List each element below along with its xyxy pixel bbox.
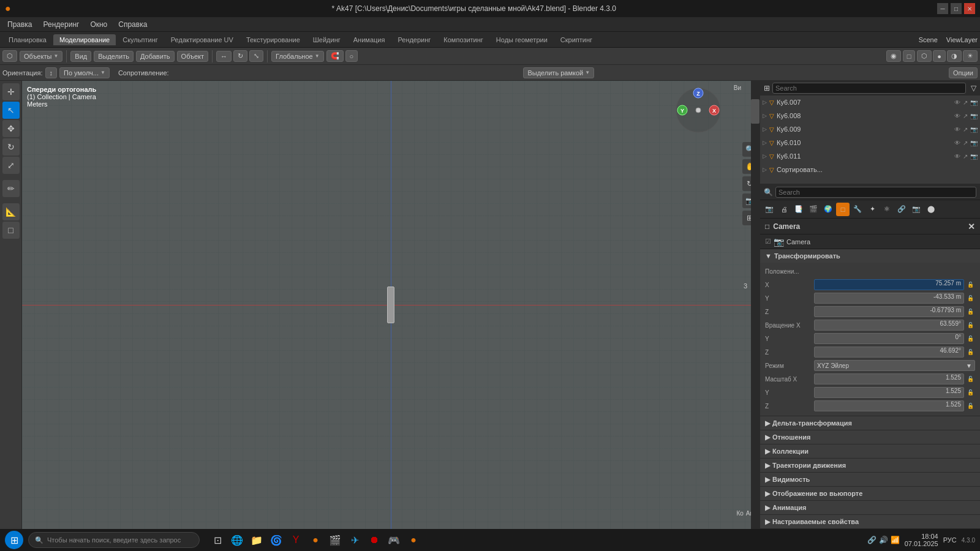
systray-icon-2[interactable]: 🔊 (879, 536, 888, 544)
cursor-tool-btn[interactable]: ✛ (2, 83, 20, 100)
object-data-btn[interactable]: 📷 (910, 203, 923, 216)
browser-icon[interactable]: 🌐 (229, 532, 245, 548)
proportional-btn[interactable]: ○ (345, 50, 358, 62)
rot-y-field[interactable]: 0° (814, 333, 964, 344)
options-btn[interactable]: Опции (949, 67, 978, 78)
taskbar-search[interactable]: 🔍 Чтобы начать поиск, введите здесь запр… (28, 532, 200, 548)
explorer-icon[interactable]: 📁 (249, 532, 265, 548)
rotate-tool-btn[interactable]: ↻ (233, 50, 247, 62)
rot-x-lock[interactable]: 🔓 (965, 320, 975, 330)
maximize-button[interactable]: □ (951, 3, 962, 14)
tab-geometry-nodes[interactable]: Ноды геометрии (490, 34, 554, 45)
move-tool-btn-left[interactable]: ✥ (2, 120, 20, 137)
overlay-btn[interactable]: ◉ (886, 50, 901, 62)
eye-icon-3[interactable]: 👁 (954, 140, 960, 146)
view-layer-props-btn[interactable]: 📑 (792, 203, 805, 216)
pointer-icon-3[interactable]: ↗ (963, 140, 968, 146)
pointer-icon-0[interactable]: ↗ (963, 99, 968, 106)
scale-z-lock[interactable]: 🔓 (965, 401, 975, 411)
eye-icon-4[interactable]: 👁 (954, 153, 960, 160)
scale-x-lock[interactable]: 🔓 (965, 374, 975, 384)
physics-props-btn[interactable]: ⚛ (880, 203, 894, 216)
pointer-icon-2[interactable]: ↗ (963, 126, 968, 133)
pos-x-lock[interactable]: 🔓 (965, 280, 975, 290)
rot-z-field[interactable]: 46.692° (814, 347, 964, 358)
outliner-item-1[interactable]: ▷ ▽ Ку6.008 👁 ↗ 📷 (760, 109, 980, 122)
material-preview-btn[interactable]: ◑ (947, 50, 962, 62)
render-props-btn[interactable]: 📷 (763, 203, 776, 216)
menu-render[interactable]: Рендеринг (39, 19, 85, 30)
orientation-icon-btn[interactable]: ↕ (45, 67, 58, 78)
camera-icon-3[interactable]: 📷 (970, 140, 978, 146)
pointer-icon-1[interactable]: ↗ (963, 113, 968, 119)
camera-icon-0[interactable]: 📷 (970, 99, 978, 106)
rot-z-lock[interactable]: 🔓 (965, 347, 975, 357)
tab-modeling[interactable]: Моделирование (53, 34, 116, 45)
menu-window[interactable]: Окно (85, 19, 112, 30)
rot-mode-dropdown[interactable]: XYZ Эйлер ▼ (814, 360, 975, 371)
modifier-props-btn[interactable]: 🔧 (851, 203, 864, 216)
record-icon[interactable]: ⏺ (366, 532, 382, 548)
taskview-btn[interactable]: ⊡ (209, 532, 225, 548)
eye-icon-1[interactable]: 👁 (954, 113, 960, 119)
nav-gizmo[interactable]: Z X Y (674, 86, 723, 135)
tab-compositing[interactable]: Композитинг (437, 34, 489, 45)
section-transform-header[interactable]: ▼ Трансформировать (760, 249, 980, 263)
particles-props-btn[interactable]: ✦ (865, 203, 879, 216)
snap-btn[interactable]: 🧲 (326, 50, 344, 62)
tab-texture-paint[interactable]: Текстурирование (240, 34, 306, 45)
camera-icon-1[interactable]: 📷 (970, 113, 978, 119)
viewport-scrollbar-v[interactable] (751, 81, 760, 529)
language-indicator[interactable]: РУС (943, 536, 957, 544)
constraints-props-btn[interactable]: 🔗 (895, 203, 908, 216)
wireframe-btn[interactable]: ⬡ (917, 50, 932, 62)
move-tool-btn[interactable]: ↔ (216, 51, 232, 62)
props-expand-btn[interactable]: ✕ (968, 222, 975, 231)
media-icon[interactable]: 🎬 (327, 532, 343, 548)
gaming-icon[interactable]: 🎮 (386, 532, 402, 548)
section-collections-header[interactable]: ▶ Коллекции (760, 444, 980, 458)
scale-y-lock[interactable]: 🔓 (965, 388, 975, 397)
section-motion-paths-header[interactable]: ▶ Траектории движения (760, 459, 980, 472)
scale-z-field[interactable]: 1.525 (814, 400, 964, 411)
output-props-btn[interactable]: 🖨 (777, 203, 791, 216)
section-custom-props-header[interactable]: ▶ Настраиваемые свойства (760, 515, 980, 528)
outliner-item-0[interactable]: ▷ ▽ Ку6.007 👁 ↗ 📷 (760, 96, 980, 109)
edge-icon[interactable]: 🌀 (268, 532, 284, 548)
rot-x-field[interactable]: 63.559° (814, 320, 964, 331)
rotate-tool-btn-left[interactable]: ↻ (2, 138, 20, 156)
tab-sculpting[interactable]: Скульптинг (116, 34, 164, 45)
systray-icon-3[interactable]: 📶 (891, 536, 900, 544)
minimize-button[interactable]: ─ (937, 3, 948, 14)
props-search-input[interactable] (775, 187, 976, 198)
outliner-item-2[interactable]: ▷ ▽ Ку6.009 👁 ↗ 📷 (760, 122, 980, 136)
rendered-btn[interactable]: ☀ (963, 50, 978, 62)
solid-btn[interactable]: ● (933, 50, 946, 62)
camera-icon-4[interactable]: 📷 (970, 153, 978, 160)
blender-taskbar-icon[interactable]: ● (307, 532, 323, 548)
systray-icon-1[interactable]: 🔗 (867, 536, 876, 544)
telegram-icon[interactable]: ✈ (347, 532, 363, 548)
xray-btn[interactable]: □ (903, 50, 916, 62)
scale-x-field[interactable]: 1.525 (814, 373, 964, 384)
outliner-item-4[interactable]: ▷ ▽ Ку6.011 👁 ↗ 📷 (760, 149, 980, 163)
checkbox-icon[interactable]: ☑ (765, 238, 771, 246)
object-props-btn[interactable]: □ (836, 203, 850, 216)
filter-icon[interactable]: ▽ (971, 84, 976, 92)
select-mode-dropdown[interactable]: Выделить рамкой ▼ (523, 67, 594, 78)
blender2-icon[interactable]: ● (405, 532, 421, 548)
scale-tool-btn-left[interactable]: ⤢ (2, 157, 20, 174)
select-menu-btn[interactable]: Выделить (94, 51, 134, 62)
scale-tool-btn[interactable]: ⤡ (249, 50, 263, 62)
object-mode-dropdown[interactable]: Объекты ▼ (20, 51, 62, 62)
add-menu-btn[interactable]: Добавить (136, 51, 175, 62)
tab-uv-editing[interactable]: Редактирование UV (165, 34, 239, 45)
section-viewport-display-header[interactable]: ▶ Отображение во вьюпорте (760, 487, 980, 500)
tab-layout[interactable]: Планировка (2, 34, 53, 45)
scene-props-btn[interactable]: 🎬 (807, 203, 820, 216)
menu-help[interactable]: Справка (113, 19, 152, 30)
camera-icon-2[interactable]: 📷 (970, 126, 978, 133)
outliner-item-5[interactable]: ▷ ▽ Сортировать... (760, 163, 980, 176)
collapsed-ko[interactable]: Ко (736, 510, 743, 517)
menu-edit[interactable]: Правка (2, 19, 37, 30)
